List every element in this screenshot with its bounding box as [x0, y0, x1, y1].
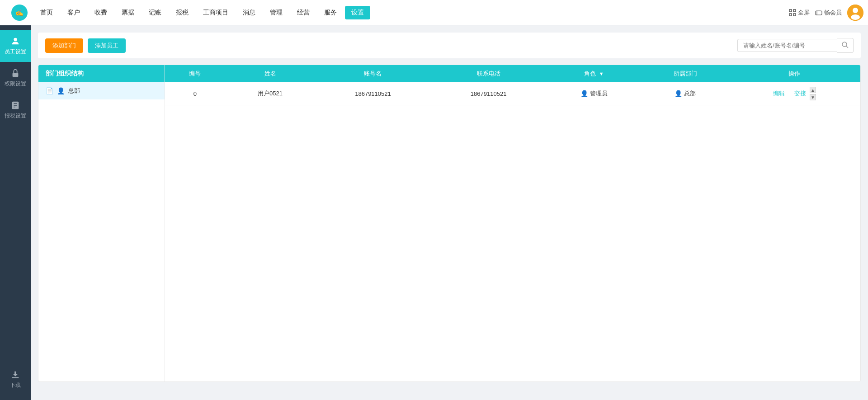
- cell-actions: 编辑 交接 ▲ ▼: [729, 82, 860, 105]
- table-row: 0 用户0521 18679110521 18679110521 👤 管理员 👤…: [165, 82, 860, 105]
- role-label: 管理员: [590, 89, 608, 98]
- cell-id: 0: [165, 82, 225, 105]
- col-actions: 操作: [729, 65, 860, 82]
- nav-menu: 首页客户收费票据记账报税工商项目消息管理经营服务设置: [34, 6, 789, 19]
- svg-point-10: [851, 14, 860, 20]
- sidebar-bottom-label: 下载: [10, 381, 21, 389]
- top-navigation: ✍ 首页客户收费票据记账报税工商项目消息管理经营服务设置 全屏 畅会员: [0, 0, 868, 25]
- fullscreen-icon: [789, 9, 796, 16]
- role-filter-icon[interactable]: ▼: [599, 71, 604, 76]
- add-employee-button[interactable]: 添加员工: [88, 38, 126, 53]
- employee-icon: [10, 36, 20, 46]
- sidebar-item-tax[interactable]: 报税设置: [0, 94, 31, 126]
- cell-dept: 👤 总部: [642, 82, 729, 105]
- role-icon: 👤: [580, 90, 588, 97]
- scroll-down[interactable]: ▼: [810, 94, 816, 100]
- content-area: 部门组织结构 📄 👤 总部 编号 姓名 账号名 联系电话 角色: [38, 65, 861, 382]
- svg-rect-12: [13, 73, 19, 77]
- svg-rect-2: [789, 9, 792, 12]
- dept-user-icon: 👤: [57, 87, 65, 94]
- nav-item-9[interactable]: 经营: [291, 6, 316, 19]
- vip-icon: [815, 9, 822, 16]
- sidebar-item-employee-label: 员工设置: [5, 48, 26, 56]
- search-button[interactable]: [837, 38, 854, 53]
- vip-button[interactable]: 畅会员: [815, 9, 842, 17]
- dept-cell-icon: 👤: [675, 90, 682, 97]
- cell-role: 👤 管理员: [546, 82, 642, 105]
- permission-icon: [10, 68, 20, 78]
- nav-item-11[interactable]: 设置: [345, 6, 370, 19]
- svg-rect-17: [12, 377, 19, 378]
- nav-item-4[interactable]: 记账: [142, 6, 168, 19]
- sidebar-item-download[interactable]: 下载: [10, 363, 21, 395]
- file-icon: 📄: [46, 87, 53, 94]
- search-area: [737, 38, 854, 53]
- cell-name: 用户0521: [225, 82, 315, 105]
- table-header-row: 编号 姓名 账号名 联系电话 角色 ▼ 所属部门 操作: [165, 65, 860, 82]
- sidebar-item-employee[interactable]: 员工设置: [0, 30, 31, 62]
- tax-icon: [10, 100, 20, 110]
- main-content: 添加部门 添加员工 部门组织结构 📄 👤 总部: [31, 25, 868, 400]
- col-account: 账号名: [315, 65, 431, 82]
- col-dept: 所属部门: [642, 65, 729, 82]
- svg-point-18: [842, 42, 847, 47]
- svg-rect-6: [816, 11, 822, 15]
- sidebar-item-permission-label: 权限设置: [5, 80, 26, 88]
- search-input[interactable]: [737, 39, 837, 52]
- nav-item-3[interactable]: 票据: [115, 6, 141, 19]
- scroll-arrows: ▲ ▼: [810, 87, 816, 100]
- scroll-up[interactable]: ▲: [810, 87, 816, 93]
- dept-tree-header: 部门组织结构: [38, 65, 165, 82]
- nav-item-5[interactable]: 报税: [170, 6, 195, 19]
- top-nav-right: 全屏 畅会员: [789, 5, 863, 21]
- cell-account: 18679110521: [315, 82, 431, 105]
- nav-item-1[interactable]: 客户: [61, 6, 86, 19]
- svg-text:✍: ✍: [15, 9, 24, 17]
- col-role: 角色 ▼: [546, 65, 642, 82]
- col-name: 姓名: [225, 65, 315, 82]
- col-phone: 联系电话: [431, 65, 547, 82]
- dept-name: 总部: [68, 87, 80, 95]
- cell-phone: 18679110521: [431, 82, 547, 105]
- avatar-icon: [847, 5, 863, 21]
- download-icon: [10, 370, 20, 380]
- toolbar: 添加部门 添加员工: [38, 33, 861, 58]
- add-dept-button[interactable]: 添加部门: [45, 38, 83, 53]
- dept-tree-item-0[interactable]: 📄 👤 总部: [38, 82, 165, 99]
- svg-point-11: [14, 38, 17, 41]
- table: 编号 姓名 账号名 联系电话 角色 ▼ 所属部门 操作 0 用户0521: [165, 65, 860, 105]
- avatar[interactable]: [847, 5, 863, 21]
- nav-item-10[interactable]: 服务: [318, 6, 343, 19]
- svg-rect-3: [793, 9, 796, 12]
- fullscreen-label: 全屏: [798, 9, 810, 17]
- sidebar: 员工设置 权限设置 报税设置 下载: [0, 25, 31, 400]
- edit-link[interactable]: 编辑: [773, 89, 785, 98]
- fullscreen-button[interactable]: 全屏: [789, 9, 810, 17]
- col-id: 编号: [165, 65, 225, 82]
- nav-item-7[interactable]: 消息: [236, 6, 262, 19]
- dept-tree: 部门组织结构 📄 👤 总部: [38, 65, 165, 381]
- sidebar-item-permission[interactable]: 权限设置: [0, 62, 31, 94]
- employee-table: 编号 姓名 账号名 联系电话 角色 ▼ 所属部门 操作 0 用户0521: [165, 65, 860, 381]
- nav-item-0[interactable]: 首页: [34, 6, 59, 19]
- svg-point-9: [853, 8, 858, 13]
- nav-item-8[interactable]: 管理: [264, 6, 289, 19]
- sidebar-item-tax-label: 报税设置: [5, 112, 26, 120]
- app-logo[interactable]: ✍: [5, 5, 34, 21]
- svg-rect-5: [793, 14, 796, 16]
- dept-cell-label: 总部: [684, 89, 696, 98]
- search-icon: [841, 41, 849, 48]
- svg-rect-4: [789, 14, 792, 16]
- vip-label: 畅会员: [824, 9, 842, 17]
- transfer-link[interactable]: 交接: [794, 89, 806, 98]
- nav-item-2[interactable]: 收费: [88, 6, 113, 19]
- svg-line-19: [846, 46, 848, 48]
- nav-item-6[interactable]: 工商项目: [197, 6, 235, 19]
